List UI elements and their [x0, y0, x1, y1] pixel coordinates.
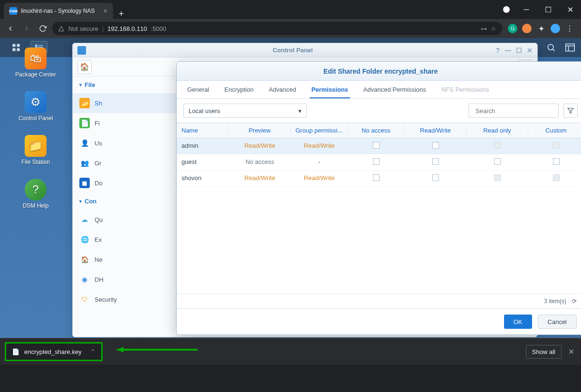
chevron-up-icon[interactable]: ⌃ — [90, 348, 95, 355]
tab-advanced-permissions[interactable]: Advanced Permissions — [362, 81, 428, 98]
url-bar[interactable]: Not secure | 192.168.0.110:5000 ⊶ ☆ — [52, 22, 502, 35]
sidebar-item-shared-folder[interactable]: 📂Sh — [73, 93, 177, 113]
star-icon[interactable]: ☆ — [491, 25, 496, 32]
cell-read-write[interactable] — [405, 171, 467, 186]
column-header-no-access[interactable]: No access — [348, 123, 405, 138]
cell-name: guest — [177, 154, 229, 170]
table-row[interactable]: shovonRead/WriteRead/Write — [177, 171, 581, 187]
new-tab-button[interactable]: + — [113, 9, 130, 19]
table-row[interactable]: guestNo access- — [177, 154, 581, 171]
url-port: :5000 — [151, 25, 166, 32]
desktop-icon-package-center[interactable]: 🛍 Package Center — [14, 48, 57, 78]
ok-button[interactable]: OK — [504, 315, 532, 329]
home-button[interactable]: 🏠 — [77, 60, 92, 74]
refresh-icon[interactable]: ⟳ — [572, 298, 577, 305]
sidebar-item-dhcp[interactable]: ◉DH — [73, 269, 177, 289]
cell-custom[interactable] — [528, 171, 581, 186]
group-icon: 👥 — [79, 158, 90, 168]
tab-encryption[interactable]: Encryption — [222, 81, 255, 98]
tab-advanced[interactable]: Advanced — [267, 81, 298, 98]
cell-group: - — [291, 154, 348, 170]
close-button[interactable]: ✕ — [527, 47, 533, 54]
column-header-group[interactable]: Group permissi... — [291, 123, 348, 138]
chrome-menu-icon[interactable]: ⋮ — [565, 24, 574, 33]
maximize-button[interactable]: ☐ — [537, 0, 559, 19]
column-header-read-write[interactable]: Read/Write — [405, 123, 467, 138]
tab-general[interactable]: General — [185, 81, 211, 98]
show-all-button[interactable]: Show all — [526, 345, 562, 359]
desktop-icon-dsm-help[interactable]: ? DSM Help — [14, 179, 57, 209]
annotation-arrow — [117, 345, 202, 354]
extension-icon[interactable] — [522, 24, 532, 33]
file-icon: 📄 — [79, 118, 90, 128]
cell-no-access[interactable] — [348, 154, 405, 170]
column-header-read-only[interactable]: Read only — [467, 123, 528, 138]
widgets-icon[interactable] — [565, 42, 575, 53]
sidebar-item-user[interactable]: 👤Us — [73, 133, 177, 153]
filter-button[interactable] — [563, 104, 578, 118]
profile-avatar[interactable] — [551, 24, 560, 33]
key-icon[interactable]: ⊶ — [481, 25, 487, 32]
search-input[interactable] — [476, 107, 555, 115]
cell-no-access[interactable] — [348, 138, 405, 154]
sidebar-item-group[interactable]: 👥Gr — [73, 153, 177, 173]
cell-group: Read/Write — [291, 138, 348, 154]
column-header-name[interactable]: Name — [177, 123, 229, 138]
user-type-dropdown[interactable]: Local users ▾ — [183, 104, 307, 118]
control-panel-window: Control Panel ? — ☐ ✕ 🏠 ⇅ File 📂Sh 📄Fi 👤… — [72, 43, 538, 337]
sidebar-item-external[interactable]: 🌐Ex — [73, 229, 177, 249]
close-download-bar[interactable]: ✕ — [566, 347, 576, 356]
cell-no-access[interactable] — [348, 171, 405, 186]
chevron-down-icon: ▾ — [298, 107, 302, 115]
cell-read-write[interactable] — [405, 138, 467, 154]
extensions-puzzle-icon[interactable]: ✦ — [536, 24, 546, 33]
tab-permissions[interactable]: Permissions — [310, 81, 350, 98]
browser-tab[interactable]: DSM linuxhint-nas - Synology NAS × — [4, 3, 113, 19]
cell-read-only[interactable] — [467, 138, 528, 154]
security-label: Not secure — [68, 25, 98, 32]
control-panel-icon: ⚙ — [25, 91, 47, 113]
close-window-button[interactable]: ✕ — [559, 0, 581, 19]
cell-read-write[interactable] — [405, 154, 467, 170]
back-button[interactable] — [4, 22, 17, 35]
section-header-file[interactable]: File — [73, 76, 177, 93]
close-tab-icon[interactable]: × — [104, 7, 107, 15]
search-box[interactable] — [468, 104, 559, 118]
cell-group: Read/Write — [291, 171, 348, 186]
maximize-button[interactable]: ☐ — [516, 47, 522, 54]
cell-custom[interactable] — [528, 154, 581, 170]
cell-preview: Read/Write — [229, 138, 291, 154]
sidebar-item-domain[interactable]: ◼Do — [73, 173, 177, 193]
chrome-account-icon[interactable] — [503, 6, 510, 13]
sidebar-item-security[interactable]: 🛡Security — [73, 289, 177, 309]
globe-icon: 🌐 — [79, 234, 90, 245]
cancel-button[interactable]: Cancel — [538, 315, 577, 329]
status-item-count: 3 item(s) — [544, 298, 566, 305]
download-filename: encrypted_share.key — [24, 348, 82, 355]
section-header-connectivity[interactable]: Con — [73, 193, 177, 210]
window-icon — [77, 46, 86, 55]
tab-nfs-permissions: NFS Permissions — [439, 81, 491, 98]
minimize-button[interactable]: ─ — [515, 0, 537, 19]
desktop-icon-control-panel[interactable]: ⚙ Control Panel — [14, 91, 57, 122]
help-button[interactable]: ? — [495, 47, 500, 54]
sidebar-item-quickconnect[interactable]: ☁Qu — [73, 210, 177, 229]
cell-name: shovon — [177, 171, 229, 186]
table-row[interactable]: adminRead/WriteRead/Write — [177, 138, 581, 154]
cell-read-only[interactable] — [467, 171, 528, 186]
sidebar-item-file-services[interactable]: 📄Fi — [73, 113, 177, 133]
reload-button[interactable] — [36, 22, 49, 35]
cell-read-only[interactable] — [467, 154, 528, 170]
extension-icon[interactable]: G — [508, 24, 517, 33]
cell-custom[interactable] — [528, 138, 581, 154]
file-station-icon: 📁 — [25, 135, 47, 157]
minimize-button[interactable]: — — [505, 47, 511, 54]
favicon-icon: DSM — [10, 7, 17, 15]
desktop-icon-file-station[interactable]: 📁 File Station — [14, 135, 57, 165]
download-item[interactable]: 📄 encrypted_share.key ⌃ — [5, 342, 103, 361]
column-header-custom[interactable]: Custom — [528, 123, 581, 138]
sidebar-item-network[interactable]: 🏠Ne — [73, 249, 177, 269]
column-header-preview[interactable]: Preview — [229, 123, 291, 138]
search-icon[interactable] — [546, 42, 556, 53]
svg-rect-1 — [17, 44, 20, 47]
